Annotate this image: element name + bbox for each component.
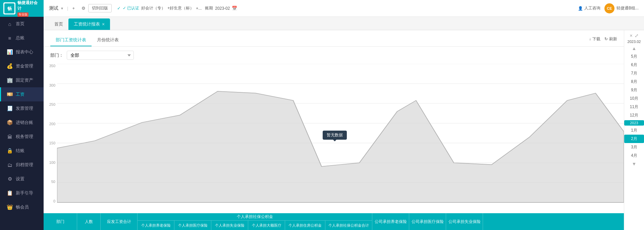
filter-dept-label: 部门： [50, 52, 63, 58]
sub-tab-dept[interactable]: 部门工资统计表 [50, 34, 92, 46]
panel-month-12[interactable]: 12月 [624, 111, 644, 120]
ledger-icon: ≡ [6, 35, 13, 41]
tax-icon: 🏛 [6, 134, 13, 140]
panel-controls: × ⤢ [630, 33, 638, 38]
guide-icon: 📋 [6, 190, 13, 196]
download-button[interactable]: ↓ 下载 [589, 36, 600, 42]
product-label: 好会计（专） [141, 5, 165, 11]
sidebar-item-settings[interactable]: ⚙ 设置 [0, 172, 44, 186]
person-icon: 👤 [578, 6, 583, 11]
table-col-company-pension: 公司承担养老保险 [372, 213, 409, 230]
status-group: ✓ ✓ 已认证 好会计（专） +好生意（标） +... 账期 2023-02 📅 [117, 5, 237, 11]
sub-tab-monthly[interactable]: 月份统计表 [92, 34, 124, 46]
table-col-total-salary: 应发工资合计 [101, 213, 138, 230]
refresh-button[interactable]: ↻ 刷新 [604, 36, 617, 42]
salary-icon: 💴 [6, 91, 13, 97]
sidebar-item-report[interactable]: 📊 报表中心 [0, 45, 44, 59]
panel-month-10[interactable]: 10月 [624, 94, 644, 103]
panel-month-6[interactable]: 6月 [624, 61, 644, 69]
panel-month-2023-4[interactable]: 4月 [624, 151, 644, 160]
sidebar-item-member[interactable]: 👑 畅会员 [0, 200, 44, 214]
logo-icon: 畅 [3, 2, 15, 14]
close-account-icon: 🔒 [6, 148, 13, 154]
table-col-company-unemployment: 公司承担失业保险 [446, 213, 483, 230]
panel-maximize-icon[interactable]: ⤢ [635, 33, 639, 38]
sidebar-item-ledger[interactable]: ≡ 总账 [0, 31, 44, 45]
verified-badge: ✓ [117, 6, 121, 11]
chart-svg [57, 64, 624, 203]
tabbar: 首页 工资统计报表 × [44, 17, 644, 30]
sidebar-item-salary[interactable]: 💴 工资 [0, 87, 44, 101]
member-icon: 👑 [6, 204, 13, 210]
chart-svg-container: 暂无数据 [57, 64, 624, 203]
product-biz-label: +好生意（标） [167, 5, 194, 11]
user-menu[interactable]: CE 轻捷通B组... [604, 3, 639, 13]
tab-close-icon[interactable]: × [102, 21, 105, 27]
panel-year-2023[interactable]: 2023 [624, 120, 644, 126]
switch-old-button[interactable]: 切到旧版 [88, 4, 112, 12]
gear-icon[interactable]: ⚙ [82, 6, 86, 11]
panel-current-date: 2023.02 [628, 40, 641, 44]
settings-icon: ⚙ [6, 176, 13, 182]
sidebar-item-invoice[interactable]: 🧾 发票管理 [0, 101, 44, 116]
panel-scroll-up-button[interactable]: ▲ [632, 46, 637, 51]
group-sub-personal: 个人承担养老保险 个人承担医疗保险 个人承担失业保险 个人承担大额医疗 个人承担 [138, 221, 372, 230]
sidebar-item-tax[interactable]: 🏛 税务管理 [0, 130, 44, 144]
panel-close-icon[interactable]: × [630, 33, 632, 38]
sub-col-pension: 个人承担养老保险 [138, 221, 174, 230]
sub-col-large-medical: 个人承担大额医疗 [248, 221, 285, 230]
panel-month-2023-3[interactable]: 3月 [624, 143, 644, 151]
sidebar-item-home[interactable]: ⌂ 首页 [0, 17, 44, 31]
username-label: 轻捷通B组... [616, 5, 639, 11]
sidebar-item-fund[interactable]: 💰 资金管理 [0, 59, 44, 73]
y-axis: 350 300 250 200 150 100 50 0 [44, 64, 57, 203]
sidebar-item-close-account[interactable]: 🔒 结账 [0, 144, 44, 158]
avatar: CE [604, 3, 614, 13]
calendar-icon[interactable]: 📅 [232, 6, 237, 11]
panel-month-11[interactable]: 11月 [624, 103, 644, 111]
purchase-icon: 📦 [6, 120, 13, 126]
table-col-count: 人数 [77, 213, 101, 230]
refresh-icon: ↻ [604, 37, 608, 41]
company-name: 测试 [49, 5, 58, 11]
filter-dept-select[interactable]: 全部 销售部 技术部 行政部 财务部 [67, 51, 134, 60]
dropdown-arrow-icon[interactable]: ▾ [61, 6, 63, 11]
panel-scroll-down-button[interactable]: ▼ [632, 161, 637, 167]
period-label: 账期 [205, 5, 213, 11]
group-header-personal: 个人承担社保公积金 [138, 213, 372, 221]
asset-icon: 🏢 [6, 77, 13, 83]
panel-month-5[interactable]: 5月 [624, 52, 644, 61]
panel-month-8[interactable]: 8月 [624, 78, 644, 86]
logo-text: 畅捷通好会计 专业版 [17, 0, 40, 17]
sub-col-housing-fund: 个人承担住房公积金 [285, 221, 325, 230]
sub-col-total-personal: 个人承担社保公积金合计 [325, 221, 372, 230]
svg-text:畅: 畅 [7, 6, 12, 11]
period-value: 2023-02 [215, 6, 230, 11]
right-panel: × ⤢ 2023.02 ▲ 5月 6月 7月 8月 9月 10月 11月 12月… [624, 30, 644, 230]
product-etc-label: +... [196, 6, 202, 11]
table-col-dept: 部门 [44, 213, 77, 230]
help-button[interactable]: 👤 人工咨询 [578, 5, 600, 11]
sidebar-item-archive[interactable]: 🗂 归档管理 [0, 158, 44, 172]
content-main: 部门工资统计表 月份统计表 ↓ 下载 ↻ 刷新 [44, 30, 624, 230]
fund-icon: 💰 [6, 63, 13, 69]
topbar: 测试 ▾ | + ⚙ 切到旧版 ✓ ✓ 已认证 好会计（专） +好生意（标） +… [44, 0, 644, 17]
panel-month-9[interactable]: 9月 [624, 86, 644, 94]
panel-month-7[interactable]: 7月 [624, 69, 644, 78]
sidebar-item-asset[interactable]: 🏢 固定资产 [0, 73, 44, 87]
tab-salary-report[interactable]: 工资统计报表 × [68, 18, 110, 30]
sub-tabbar: 部门工资统计表 月份统计表 ↓ 下载 ↻ 刷新 [44, 30, 624, 47]
content-area: 部门工资统计表 月份统计表 ↓ 下载 ↻ 刷新 [44, 30, 644, 230]
invoice-icon: 🧾 [6, 105, 13, 111]
panel-month-2023-1[interactable]: 1月 [624, 126, 644, 135]
tab-home[interactable]: 首页 [49, 18, 68, 30]
download-icon: ↓ [589, 37, 591, 41]
panel-month-2023-2[interactable]: 2月 [624, 135, 644, 143]
sidebar-item-guide[interactable]: 📋 新手引导 [0, 186, 44, 200]
sidebar-item-purchase[interactable]: 📦 进销台账 [0, 116, 44, 130]
add-icon[interactable]: + [72, 6, 75, 11]
sub-col-medical: 个人承担医疗保险 [174, 221, 211, 230]
sidebar: 畅 畅捷通好会计 专业版 ⌂ 首页 ≡ 总账 📊 报表中心 💰 资金管理 🏢 固… [0, 0, 44, 230]
topbar-right: 👤 人工咨询 CE 轻捷通B组... [578, 3, 639, 13]
app-logo: 畅 畅捷通好会计 专业版 [0, 0, 44, 17]
